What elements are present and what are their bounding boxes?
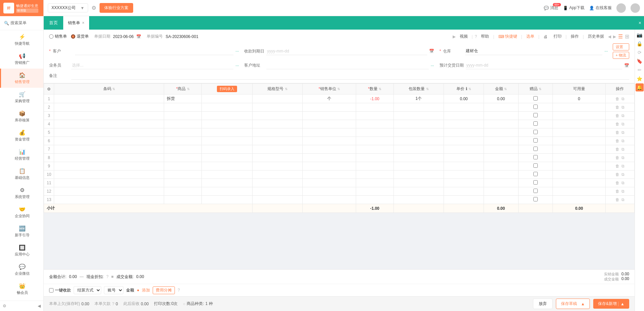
sidebar-item-marketing[interactable]: 📢 营销推广 xyxy=(0,49,43,69)
cell-product[interactable] xyxy=(164,145,202,154)
barcode-input[interactable] xyxy=(57,113,161,118)
copy-icon[interactable]: ⧉ xyxy=(621,197,624,202)
cell-gift[interactable] xyxy=(518,154,553,162)
shortcut-button[interactable]: ⌨ 快捷键 xyxy=(496,33,519,40)
cell-gift[interactable] xyxy=(518,196,553,204)
sale-radio-input[interactable] xyxy=(49,34,53,39)
gift-checkbox[interactable] xyxy=(533,163,538,168)
footer-help-icon[interactable]: ? xyxy=(178,288,180,293)
salesperson-input[interactable] xyxy=(71,62,233,69)
delete-icon[interactable]: 🗑 xyxy=(615,147,619,152)
scan-button[interactable]: 扫码录入 xyxy=(217,86,237,92)
warehouse-dots[interactable]: ··· xyxy=(604,49,608,53)
delete-icon[interactable]: 🗑 xyxy=(615,197,619,202)
account-select[interactable]: 账号 xyxy=(104,286,123,294)
cell-quantity[interactable] xyxy=(356,145,394,154)
global-close-icon[interactable]: × xyxy=(639,20,641,26)
sort-gift[interactable]: ⇅ xyxy=(539,87,541,91)
settings-gear-icon[interactable]: ⚙ xyxy=(91,5,96,11)
right-panel-edit-icon[interactable]: ✏ xyxy=(636,66,644,74)
cell-quantity[interactable]: -1.00 xyxy=(356,94,394,103)
cell-barcode[interactable] xyxy=(54,179,164,187)
gift-checkbox[interactable] xyxy=(533,172,538,176)
sidebar-item-finance[interactable]: 💰 资金管理 xyxy=(0,126,43,145)
help-button[interactable]: 帮助 xyxy=(479,33,491,40)
cell-quantity[interactable] xyxy=(356,154,394,162)
one-click-pay-check[interactable]: 一键收款 xyxy=(49,287,71,293)
sort-amount[interactable]: ⇅ xyxy=(504,87,507,91)
cell-quantity[interactable] xyxy=(356,162,394,170)
cell-quantity[interactable] xyxy=(356,187,394,196)
copy-icon[interactable]: ⧉ xyxy=(621,122,624,126)
save-draft-arrow[interactable]: ▲ xyxy=(578,302,585,306)
gift-checkbox[interactable] xyxy=(533,121,538,126)
right-panel-star-icon[interactable]: ⭐ xyxy=(636,75,644,83)
delete-icon[interactable]: 🗑 xyxy=(615,122,619,126)
delete-icon[interactable]: 🗑 xyxy=(615,172,619,177)
collapse-icon[interactable]: ◀ xyxy=(38,304,41,308)
cell-barcode[interactable] xyxy=(54,145,164,154)
cell-gift[interactable] xyxy=(518,120,553,128)
tab-home[interactable]: 首页 xyxy=(44,16,63,30)
cell-gift[interactable] xyxy=(518,170,553,179)
nav-next-icon[interactable]: ▶ xyxy=(613,34,616,39)
barcode-input[interactable] xyxy=(57,96,161,101)
due-date-calendar-icon[interactable]: 📅 xyxy=(429,49,434,53)
cell-gift[interactable] xyxy=(518,179,553,187)
delete-icon[interactable]: 🗑 xyxy=(615,105,619,110)
delete-icon[interactable]: 🗑 xyxy=(615,96,619,101)
cell-barcode[interactable] xyxy=(54,103,164,112)
tab-close-icon[interactable]: × xyxy=(82,21,84,25)
right-panel-lock-icon[interactable]: 🔒 xyxy=(636,40,644,48)
gift-checkbox[interactable] xyxy=(533,96,538,101)
gift-checkbox[interactable] xyxy=(533,147,538,151)
history-button[interactable]: 历史单据 xyxy=(586,33,606,40)
cell-quantity[interactable] xyxy=(356,170,394,179)
settings-button[interactable]: 设置 xyxy=(613,43,629,50)
save-new-button[interactable]: 保存&新增 ▲ xyxy=(593,299,629,309)
sort-pack[interactable]: ⇅ xyxy=(426,87,429,91)
app-download-button[interactable]: 📱 App下载 xyxy=(563,5,584,11)
sidebar-item-apps[interactable]: 🔲 应用中心 xyxy=(0,241,43,260)
col-settings[interactable]: ⚙ xyxy=(44,84,54,94)
customer-addr-dots[interactable]: ··· xyxy=(431,63,434,68)
gift-checkbox[interactable] xyxy=(533,105,538,109)
cell-barcode[interactable] xyxy=(54,162,164,170)
cell-product[interactable] xyxy=(164,162,202,170)
copy-icon[interactable]: ⧉ xyxy=(621,164,624,168)
right-panel-notify-icon[interactable]: 🔔 xyxy=(636,83,644,91)
sidebar-item-guide[interactable]: 🆕 新手引导 xyxy=(0,222,43,241)
gift-checkbox[interactable] xyxy=(533,113,538,117)
sort-qty[interactable]: ⇅ xyxy=(379,87,381,91)
barcode-input[interactable] xyxy=(57,105,161,110)
cell-gift[interactable] xyxy=(518,128,553,137)
print-button[interactable]: 打印 xyxy=(552,33,564,40)
cell-product[interactable] xyxy=(164,103,202,112)
sort-price[interactable]: ⇅ xyxy=(468,87,471,91)
save-new-arrow[interactable]: ▲ xyxy=(618,302,624,306)
sort-product[interactable]: ⇅ xyxy=(187,87,190,91)
copy-icon[interactable]: ⧉ xyxy=(621,130,624,135)
message-button[interactable]: 💬 消息 99+ xyxy=(544,5,558,11)
cell-quantity[interactable] xyxy=(356,112,394,120)
copy-icon[interactable]: ⧉ xyxy=(621,172,624,177)
one-click-pay-checkbox[interactable] xyxy=(49,288,53,293)
expected-date-input[interactable] xyxy=(466,62,622,69)
cell-barcode[interactable] xyxy=(54,137,164,145)
cell-product[interactable] xyxy=(164,154,202,162)
video-button[interactable]: 视频 xyxy=(458,33,470,40)
delete-icon[interactable]: 🗑 xyxy=(615,139,619,143)
cell-quantity[interactable] xyxy=(356,103,394,112)
cash-discount-info[interactable]: ? xyxy=(106,274,109,279)
barcode-input[interactable] xyxy=(57,172,161,177)
add-button[interactable]: 添加 xyxy=(142,287,150,293)
delete-icon[interactable]: 🗑 xyxy=(615,181,619,185)
grid-view-icon[interactable]: ⊞ xyxy=(625,33,629,40)
gift-checkbox[interactable] xyxy=(533,138,538,143)
cell-quantity[interactable] xyxy=(356,137,394,145)
sidebar-item-operations[interactable]: 📊 经营管理 xyxy=(0,145,43,164)
cell-product[interactable] xyxy=(164,187,202,196)
sort-barcode[interactable]: ⇅ xyxy=(112,87,115,91)
tab-sales-order[interactable]: 销售单 × xyxy=(63,16,89,30)
discard-button[interactable]: 放弃 xyxy=(533,299,553,309)
